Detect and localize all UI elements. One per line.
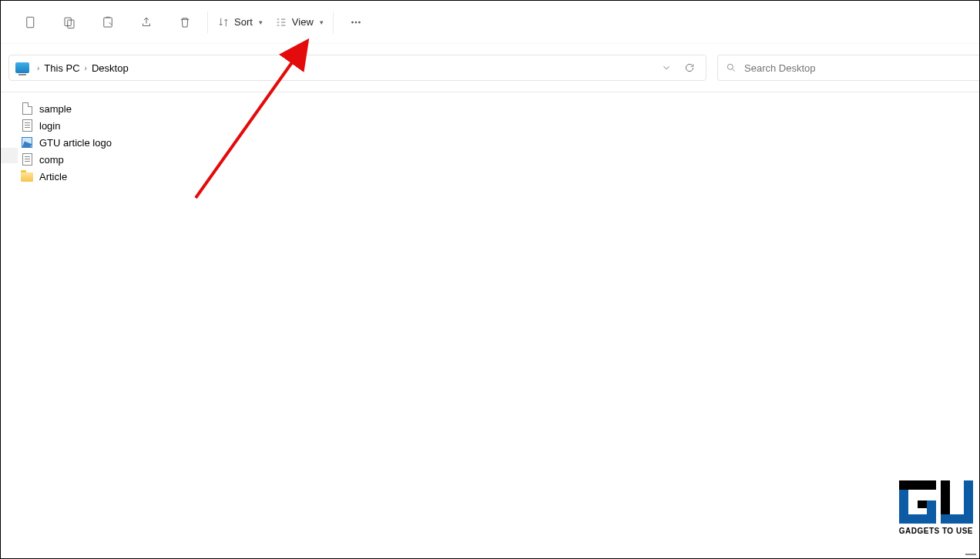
- svg-point-6: [358, 22, 360, 23]
- toolbar-divider: [333, 12, 334, 33]
- address-history-button[interactable]: [655, 56, 678, 79]
- watermark: GADGETS TO USE: [899, 480, 973, 535]
- watermark-text: GADGETS TO USE: [899, 527, 973, 535]
- svg-rect-3: [104, 18, 112, 27]
- file-item[interactable]: GTU article logo: [18, 134, 115, 151]
- text-file-icon: [21, 153, 33, 166]
- more-options-button[interactable]: [337, 7, 375, 38]
- text-file-icon: [21, 119, 33, 132]
- file-icon: [21, 102, 33, 115]
- watermark-logo-icon: [899, 480, 973, 524]
- svg-point-5: [355, 22, 357, 23]
- view-label: View: [292, 16, 314, 28]
- breadcrumb-root[interactable]: This PC: [44, 62, 79, 74]
- this-pc-icon: [15, 62, 29, 73]
- chevron-down-icon: ▾: [259, 18, 263, 26]
- file-name: GTU article logo: [39, 137, 112, 149]
- file-item[interactable]: comp: [18, 151, 67, 168]
- sort-label: Sort: [234, 16, 253, 28]
- copy-button[interactable]: [50, 7, 89, 38]
- search-icon: [726, 62, 737, 73]
- breadcrumb-current[interactable]: Desktop: [92, 62, 129, 74]
- sort-menu-button[interactable]: Sort ▾: [211, 7, 269, 38]
- new-item-button[interactable]: [12, 7, 50, 38]
- delete-button[interactable]: [166, 7, 204, 38]
- resize-grip[interactable]: [965, 552, 976, 555]
- paste-button[interactable]: [89, 7, 127, 38]
- svg-rect-0: [27, 17, 34, 28]
- search-input[interactable]: [744, 62, 972, 74]
- file-list-area: sample login GTU article logo comp Artic…: [1, 92, 979, 185]
- address-bar[interactable]: › This PC › Desktop: [8, 55, 706, 81]
- chevron-right-icon: ›: [85, 64, 87, 72]
- file-name: login: [39, 120, 60, 132]
- toolbar: Sort ▾ View ▾: [1, 1, 979, 44]
- file-item[interactable]: Article: [18, 168, 70, 185]
- refresh-button[interactable]: [678, 56, 701, 79]
- svg-point-7: [727, 64, 733, 69]
- file-name: comp: [39, 154, 64, 166]
- folder-icon: [21, 170, 33, 182]
- file-item[interactable]: login: [18, 117, 63, 134]
- navigation-row: › This PC › Desktop: [1, 44, 979, 92]
- share-button[interactable]: [127, 7, 166, 38]
- search-bar[interactable]: [717, 55, 979, 81]
- toolbar-divider: [207, 12, 208, 33]
- image-file-icon: [21, 136, 33, 149]
- file-name: sample: [39, 103, 72, 115]
- view-menu-button[interactable]: View ▾: [269, 7, 330, 38]
- chevron-down-icon: ▾: [320, 18, 324, 26]
- file-item[interactable]: sample: [18, 100, 75, 117]
- chevron-right-icon: ›: [37, 64, 39, 72]
- selection-strip: [1, 148, 18, 163]
- svg-point-4: [351, 22, 353, 23]
- file-name: Article: [39, 171, 67, 182]
